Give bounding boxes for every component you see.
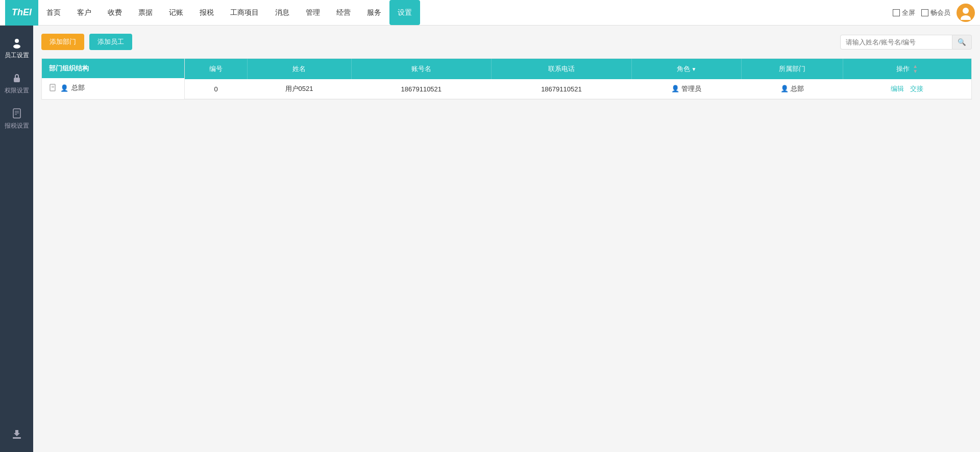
cell-actions: 编辑 交接 [843,79,971,99]
tree-header: 部门组织结构 [42,59,184,78]
search-area: 🔍 [840,35,972,50]
sidebar: 员工设置 权限设置 报税设置 [0,26,33,452]
nav-item-设置[interactable]: 设置 [389,0,420,25]
add-department-button[interactable]: 添加部门 [41,34,84,50]
table-row: 0 用户0521 18679110521 18679110521 👤管理员 👤总… [185,79,971,99]
cell-phone: 18679110521 [492,79,632,99]
cell-department: 👤总部 [742,79,843,99]
nav-item-记账[interactable]: 记账 [161,0,191,25]
col-header-role[interactable]: 角色 ▼ [631,59,742,79]
filter-icon: ▼ [692,66,697,72]
svg-rect-5 [13,109,20,118]
nav-item-服务[interactable]: 服务 [359,0,389,25]
content-panel: 部门组织结构 👤 总部 编号 姓名 账号名 联系电话 [41,58,972,100]
svg-point-3 [13,44,20,49]
search-icon: 🔍 [958,38,966,46]
nav-item-客户[interactable]: 客户 [69,0,100,25]
search-input[interactable] [840,35,952,50]
dept-user-icon: 👤 [780,85,789,92]
col-header-department: 所属部门 [742,59,843,79]
svg-point-2 [15,39,19,43]
report-icon [11,107,23,120]
cell-id: 0 [185,79,247,99]
add-employee-button[interactable]: 添加员工 [89,34,132,50]
nav-item-收费[interactable]: 收费 [100,0,130,25]
sidebar-item-员工设置[interactable]: 员工设置 [0,31,33,66]
top-navigation: ThEI 首页客户收费票据记账报税工商项目消息管理经营服务设置 全屏 畅会员 [0,0,980,26]
col-header-phone: 联系电话 [492,59,632,79]
nav-item-管理[interactable]: 管理 [298,0,328,25]
col-header-name: 姓名 [247,59,351,79]
table-panel: 编号 姓名 账号名 联系电话 角色 ▼ 所属部门 [185,59,971,99]
table-header-row: 编号 姓名 账号名 联系电话 角色 ▼ 所属部门 [185,59,971,79]
lock-icon [11,72,23,84]
col-header-id: 编号 [185,59,247,79]
sidebar-item-权限设置[interactable]: 权限设置 [0,66,33,101]
file-icon [49,84,57,92]
avatar-icon [959,6,973,20]
sidebar-bottom [0,422,33,452]
nav-item-消息[interactable]: 消息 [267,0,298,25]
download-icon [11,429,23,441]
member-button[interactable]: 畅会员 [921,8,950,17]
search-button[interactable]: 🔍 [952,35,972,50]
scroll-arrows: ▲ ▼ [913,64,918,74]
sidebar-item-报税设置[interactable]: 报税设置 [0,101,33,136]
col-header-actions: 操作 ▲ ▼ [843,59,971,79]
cell-name: 用户0521 [247,79,351,99]
cell-role: 👤管理员 [631,79,742,99]
tree-item-root[interactable]: 👤 总部 [42,78,184,98]
svg-point-1 [961,15,971,20]
sidebar-item-label: 报税设置 [5,122,29,130]
nav-item-工商项目[interactable]: 工商项目 [222,0,267,25]
sidebar-item-download[interactable] [0,422,33,447]
fullscreen-icon [893,9,900,16]
role-user-icon: 👤 [671,85,679,92]
fullscreen-label: 全屏 [902,8,915,17]
edit-link[interactable]: 编辑 [891,85,904,92]
avatar[interactable] [957,4,975,22]
cell-account: 18679110521 [351,79,492,99]
logo: ThEI [5,0,38,26]
nav-right: 全屏 畅会员 [893,4,975,22]
col-header-account: 账号名 [351,59,492,79]
nav-item-首页[interactable]: 首页 [38,0,69,25]
nav-items: 首页客户收费票据记账报税工商项目消息管理经营服务设置 [38,0,893,25]
employee-table: 编号 姓名 账号名 联系电话 角色 ▼ 所属部门 [185,59,971,99]
member-label: 畅会员 [930,8,950,17]
nav-item-报税[interactable]: 报税 [191,0,222,25]
svg-rect-4 [14,78,20,82]
fullscreen-button[interactable]: 全屏 [893,8,915,17]
transfer-link[interactable]: 交接 [910,85,923,92]
toolbar: 添加部门 添加员工 🔍 [41,34,972,50]
sidebar-item-label: 权限设置 [5,86,29,95]
svg-marker-10 [14,430,20,436]
nav-item-票据[interactable]: 票据 [130,0,161,25]
person-icon [11,37,23,49]
tree-user-icon: 👤 [60,84,68,92]
member-icon [921,9,928,16]
svg-point-0 [963,8,969,14]
main-content: 添加部门 添加员工 🔍 部门组织结构 👤 总部 [33,26,980,452]
tree-panel: 部门组织结构 👤 总部 [42,59,185,99]
nav-item-经营[interactable]: 经营 [328,0,359,25]
svg-rect-9 [13,437,21,439]
sidebar-item-label: 员工设置 [5,51,29,60]
tree-item-label: 总部 [71,83,85,92]
